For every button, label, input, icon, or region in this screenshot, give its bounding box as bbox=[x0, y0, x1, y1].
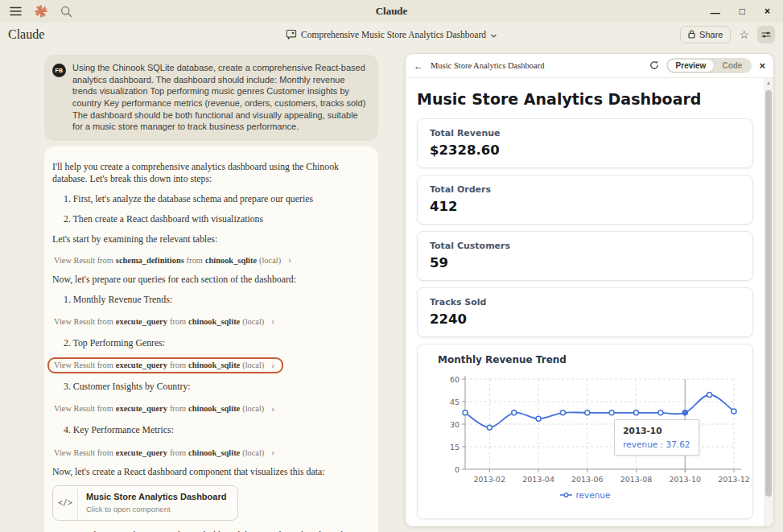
tool-row-mid: from bbox=[187, 255, 203, 266]
svg-text:2013-08: 2013-08 bbox=[620, 475, 653, 484]
window-titlebar: Claude — □ × bbox=[0, 0, 783, 23]
close-button[interactable]: × bbox=[764, 6, 770, 16]
artifact-panel: ← Music Store Analytics Dashboard Previe… bbox=[405, 53, 774, 527]
tooltip-value: revenue : 37.62 bbox=[623, 439, 690, 449]
minimize-button[interactable]: — bbox=[711, 8, 720, 18]
tool-row-mid: from bbox=[170, 447, 186, 459]
svg-text:2013-10: 2013-10 bbox=[669, 475, 701, 484]
chevron-right-icon: › bbox=[271, 315, 274, 328]
search-icon[interactable] bbox=[60, 6, 72, 18]
tool-result-row[interactable]: View Result from execute_query from chin… bbox=[52, 313, 278, 330]
chart-title: Monthly Revenue Trend bbox=[438, 354, 742, 365]
legend-label: revenue bbox=[576, 490, 611, 500]
kpi-card: Total Customers 59 bbox=[417, 231, 753, 281]
chevron-right-icon: › bbox=[288, 254, 291, 266]
artifact-title: Music Store Analytics Dashboard bbox=[431, 61, 544, 70]
tool-row-db: chinook_sqlite bbox=[188, 316, 240, 328]
tool-result-row[interactable]: View Result from schema_definitions from… bbox=[52, 252, 295, 269]
chat-bubble-icon bbox=[286, 29, 296, 41]
hamburger-menu-icon[interactable] bbox=[10, 6, 22, 16]
claude-logo-icon[interactable] bbox=[35, 5, 47, 18]
kpi-card: Total Orders 412 bbox=[417, 175, 753, 225]
sliders-icon bbox=[761, 27, 771, 42]
artifact-card-subtitle: Click to open component bbox=[86, 505, 226, 515]
artifact-header: ← Music Store Analytics Dashboard Previe… bbox=[406, 54, 773, 78]
tool-row-prefix: View Result from bbox=[54, 360, 113, 371]
user-avatar: FB bbox=[52, 64, 66, 77]
tool-row-scope: (local) bbox=[242, 316, 264, 328]
tool-row-mid: from bbox=[170, 360, 186, 371]
window-title: Claude bbox=[0, 5, 783, 18]
kpi-value: $2328.60 bbox=[430, 142, 740, 158]
artifact-card-title: Music Store Analytics Dashboard bbox=[86, 491, 226, 503]
tool-result-row-highlighted[interactable]: View Result from execute_query from chin… bbox=[47, 357, 283, 374]
tool-result-row[interactable]: View Result from execute_query from chin… bbox=[52, 444, 278, 461]
tool-row-scope: (local) bbox=[242, 360, 264, 371]
main-area: FB Using the Chinook SQLite database, cr… bbox=[0, 47, 783, 532]
tool-row-db: chinook_sqlite bbox=[188, 447, 240, 459]
share-button[interactable]: Share bbox=[680, 26, 731, 43]
tab-preview[interactable]: Preview bbox=[668, 60, 715, 72]
chart-legend[interactable]: revenue bbox=[428, 490, 742, 500]
maximize-button[interactable]: □ bbox=[740, 6, 745, 16]
tool-row-source: schema_definitions bbox=[116, 255, 184, 266]
tab-code[interactable]: Code bbox=[714, 60, 750, 72]
user-message-text: Using the Chinook SQLite database, creat… bbox=[72, 62, 369, 133]
artifact-open-card[interactable]: </> Music Store Analytics Dashboard Clic… bbox=[52, 485, 238, 520]
kpi-label: Tracks Sold bbox=[430, 297, 740, 307]
assistant-step: 1. First, let's analyze the database sch… bbox=[52, 193, 370, 206]
tool-row-source: execute_query bbox=[116, 403, 167, 414]
tool-row-mid: from bbox=[170, 403, 186, 414]
preview-code-toggle: Preview Code bbox=[666, 58, 752, 73]
settings-sliders-button[interactable] bbox=[757, 26, 775, 43]
assistant-query-item: 3. Customer Insights by Country: bbox=[52, 381, 370, 394]
svg-text:2013-04: 2013-04 bbox=[522, 475, 554, 484]
scrollbar-thumb[interactable] bbox=[765, 90, 772, 497]
lock-icon bbox=[688, 30, 695, 40]
tool-row-source: execute_query bbox=[116, 447, 167, 459]
chevron-right-icon: › bbox=[271, 360, 274, 372]
back-arrow-icon[interactable]: ← bbox=[414, 60, 423, 72]
assistant-query-item: 2. Top Performing Genres: bbox=[52, 337, 370, 350]
svg-text:30: 30 bbox=[450, 420, 459, 429]
assistant-query-item: 4. Key Performance Metrics: bbox=[52, 424, 370, 437]
tool-row-prefix: View Result from bbox=[54, 403, 113, 414]
kpi-value: 2240 bbox=[430, 311, 740, 327]
scroll-up-arrow[interactable]: ▲ bbox=[764, 80, 773, 85]
conversation-title: Comprehensive Music Store Analytics Dash… bbox=[301, 30, 486, 39]
artifact-content: Music Store Analytics Dashboard Total Re… bbox=[406, 78, 773, 526]
conversation-title-selector[interactable]: Comprehensive Music Store Analytics Dash… bbox=[286, 29, 497, 41]
assistant-paragraph: I'll help you create a comprehensive ana… bbox=[52, 161, 370, 186]
tool-result-row[interactable]: View Result from execute_query from chin… bbox=[52, 401, 278, 418]
tool-row-db: chinook_sqlite bbox=[188, 360, 240, 371]
assistant-query-item: 1. Monthly Revenue Trends: bbox=[52, 294, 370, 307]
chart-tooltip: 2013-10 revenue : 37.62 bbox=[614, 419, 699, 456]
claude-wordmark: Claude bbox=[8, 27, 44, 42]
kpi-value: 412 bbox=[430, 199, 740, 214]
tool-row-db: chinook_sqlite bbox=[188, 403, 240, 414]
svg-text:15: 15 bbox=[450, 443, 459, 452]
chevron-right-icon: › bbox=[271, 447, 274, 459]
scrollbar: ▲ bbox=[764, 78, 773, 526]
kpi-card: Total Revenue $2328.60 bbox=[417, 118, 753, 168]
tool-row-prefix: View Result from bbox=[54, 447, 113, 459]
close-icon[interactable]: × bbox=[759, 60, 765, 72]
tool-row-source: execute_query bbox=[116, 360, 167, 371]
assistant-step: 2. Then create a React dashboard with vi… bbox=[52, 213, 370, 226]
revenue-chart-card: Monthly Revenue Trend 0153045602013-0220… bbox=[417, 344, 753, 519]
dashboard-title: Music Store Analytics Dashboard bbox=[417, 90, 762, 108]
star-icon[interactable]: ☆ bbox=[739, 28, 749, 41]
chevron-down-icon bbox=[491, 30, 497, 39]
chat-column: FB Using the Chinook SQLite database, cr… bbox=[44, 55, 378, 532]
svg-text:60: 60 bbox=[450, 375, 459, 384]
svg-text:2013-12: 2013-12 bbox=[718, 475, 750, 484]
assistant-paragraph: Now, let's prepare our queries for each … bbox=[52, 274, 370, 287]
tooltip-label: 2013-10 bbox=[623, 426, 690, 435]
refresh-icon[interactable] bbox=[649, 59, 659, 73]
tool-row-scope: (local) bbox=[259, 255, 281, 266]
user-message: FB Using the Chinook SQLite database, cr… bbox=[44, 55, 378, 141]
kpi-value: 59 bbox=[430, 255, 740, 270]
share-label: Share bbox=[699, 30, 723, 39]
tool-row-mid: from bbox=[170, 316, 186, 328]
tool-row-prefix: View Result from bbox=[54, 255, 113, 266]
